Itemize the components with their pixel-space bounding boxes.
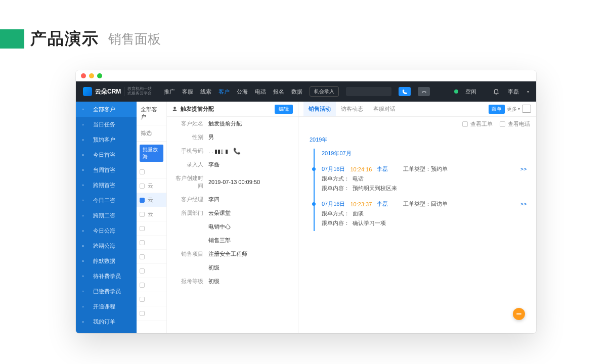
sidebar-item-label: 开通课程: [93, 303, 115, 310]
window-controls: [76, 70, 536, 81]
entry-kind: 工单类型：预约单: [403, 165, 448, 173]
sidebar-item[interactable]: ▫预约客户: [76, 132, 137, 147]
person-icon: [172, 106, 178, 112]
table-row[interactable]: 云: [137, 179, 166, 193]
detail-field: 初级: [167, 261, 298, 275]
sidebar-item[interactable]: ▫当周首咨: [76, 162, 137, 177]
sidebar-item-label: 全部客户: [93, 106, 115, 113]
nav-线索[interactable]: 线索: [200, 88, 211, 96]
entry-kind: 工单类型：回访单: [403, 200, 448, 208]
field-value: 初级: [208, 264, 220, 271]
user-name[interactable]: 李磊: [508, 88, 519, 96]
nav-数据[interactable]: 数据: [291, 88, 302, 96]
select-all-checkbox[interactable]: [140, 169, 145, 174]
window-maximize-icon[interactable]: [97, 73, 102, 78]
field-value: 云朵课堂: [208, 209, 231, 217]
window-close-icon[interactable]: [81, 73, 86, 78]
nav-客户[interactable]: 客户: [218, 88, 230, 96]
nav-公海[interactable]: 公海: [237, 88, 248, 96]
nav-客服[interactable]: 客服: [182, 88, 193, 96]
sidebar-item[interactable]: ▫跨期二咨: [76, 208, 137, 223]
sidebar-item[interactable]: ▫跨期公海: [76, 238, 137, 253]
help-fab[interactable]: [513, 308, 525, 320]
window-minimize-icon[interactable]: [89, 73, 94, 78]
phone-icon[interactable]: 📞: [233, 148, 241, 155]
table-row[interactable]: 云: [137, 207, 166, 221]
field-value: 2019-07-13 00:09:50: [208, 179, 260, 185]
row-checkbox[interactable]: [140, 254, 145, 259]
nav-报名[interactable]: 报名: [273, 88, 284, 96]
hangup-button[interactable]: [418, 87, 430, 96]
call-button[interactable]: [399, 87, 411, 96]
detail-field: 客户姓名触发提前分配: [167, 117, 298, 130]
sidebar-item-label: 我的订单: [93, 318, 115, 326]
cards-icon[interactable]: [523, 106, 531, 113]
table-row[interactable]: 云: [137, 193, 166, 207]
opportunity-button[interactable]: 机会录入: [310, 86, 339, 97]
main-nav: 推广客服线索客户公海电话报名数据: [164, 88, 302, 96]
more-button[interactable]: 更多 ▾: [507, 106, 520, 113]
entry-expand-icon[interactable]: >>: [520, 201, 527, 207]
row-checkbox[interactable]: [140, 226, 145, 231]
table-row[interactable]: [137, 264, 166, 278]
sidebar-item[interactable]: ▫全部客户: [76, 102, 137, 117]
table-row[interactable]: [137, 236, 166, 250]
row-checkbox[interactable]: [140, 268, 145, 274]
brand-slogan: 教育机构一站式服务云平台: [124, 87, 152, 96]
sidebar-item[interactable]: ▫当日任务: [76, 117, 137, 132]
tab-2[interactable]: 客服对话: [368, 102, 401, 116]
sidebar-item-label: 已缴费学员: [93, 288, 121, 295]
entry-time: 10:23:37: [350, 201, 372, 207]
menu-icon: ▫: [82, 303, 88, 309]
sidebar-item[interactable]: ▫静默数据: [76, 253, 137, 268]
menu-icon: ▫: [82, 318, 88, 325]
edit-button[interactable]: 编辑: [275, 105, 293, 114]
bell-icon[interactable]: [493, 88, 500, 95]
row-checkbox[interactable]: [140, 212, 145, 217]
status-indicator: [454, 89, 458, 94]
phone-icon: [402, 89, 408, 95]
view-calls-checkbox[interactable]: 查看电话: [500, 120, 530, 128]
brand-logo[interactable]: 云朵CRM 教育机构一站式服务云平台: [83, 87, 152, 96]
menu-icon: ▫: [82, 228, 88, 234]
tab-0[interactable]: 销售活动: [303, 102, 336, 116]
sidebar-item[interactable]: ▫今日公海: [76, 223, 137, 238]
sidebar-item[interactable]: ▫今日首咨: [76, 147, 137, 162]
search-input[interactable]: [346, 87, 391, 96]
menu-icon: ▫: [82, 197, 88, 203]
view-tickets-checkbox[interactable]: 查看工单: [462, 120, 493, 128]
entry-expand-icon[interactable]: >>: [520, 166, 527, 172]
batch-release-button[interactable]: 批量放海: [140, 145, 163, 162]
timeline-dot-icon: [312, 202, 316, 206]
row-checkbox[interactable]: [140, 240, 145, 245]
filter-label[interactable]: 筛选: [137, 125, 166, 142]
table-row[interactable]: [137, 250, 166, 264]
detail-field: 所属部门云朵课堂: [167, 206, 298, 220]
page-title: 产品演示: [30, 28, 99, 50]
entry-time: 10:24:16: [350, 166, 372, 172]
table-row[interactable]: [137, 306, 166, 321]
table-row[interactable]: [137, 278, 166, 292]
row-checkbox[interactable]: [140, 184, 145, 189]
sidebar-item[interactable]: ▫已缴费学员: [76, 284, 137, 299]
chevron-down-icon[interactable]: ▾: [527, 89, 529, 94]
sidebar-item[interactable]: ▫开通课程: [76, 299, 137, 314]
row-checkbox[interactable]: [140, 198, 145, 203]
sidebar-item[interactable]: ▫跨期首咨: [76, 177, 137, 193]
table-row[interactable]: [137, 292, 166, 306]
tab-1[interactable]: 访客动态: [336, 102, 368, 116]
nav-推广[interactable]: 推广: [164, 88, 175, 96]
sidebar-item[interactable]: ▫待补费学员: [76, 268, 137, 284]
row-checkbox[interactable]: [140, 311, 145, 316]
followup-badge[interactable]: 跟单: [489, 105, 505, 114]
row-checkbox[interactable]: [140, 283, 145, 288]
topbar: 云朵CRM 教育机构一站式服务云平台 推广客服线索客户公海电话报名数据 机会录入…: [76, 81, 536, 102]
entry-date: 07月16日: [322, 200, 345, 208]
sidebar-item[interactable]: ▫我的订单: [76, 314, 137, 329]
sidebar-item[interactable]: ▫今日二咨: [76, 193, 137, 208]
timeline-entry: 07月16日10:23:37李磊工单类型：回访单>>跟单方式：面谈跟单内容：确认…: [314, 196, 527, 231]
row-checkbox[interactable]: [140, 297, 145, 302]
table-row[interactable]: [137, 221, 166, 236]
nav-电话[interactable]: 电话: [255, 88, 266, 96]
field-value: . . ▮▮▯ ▮📞: [208, 148, 241, 155]
